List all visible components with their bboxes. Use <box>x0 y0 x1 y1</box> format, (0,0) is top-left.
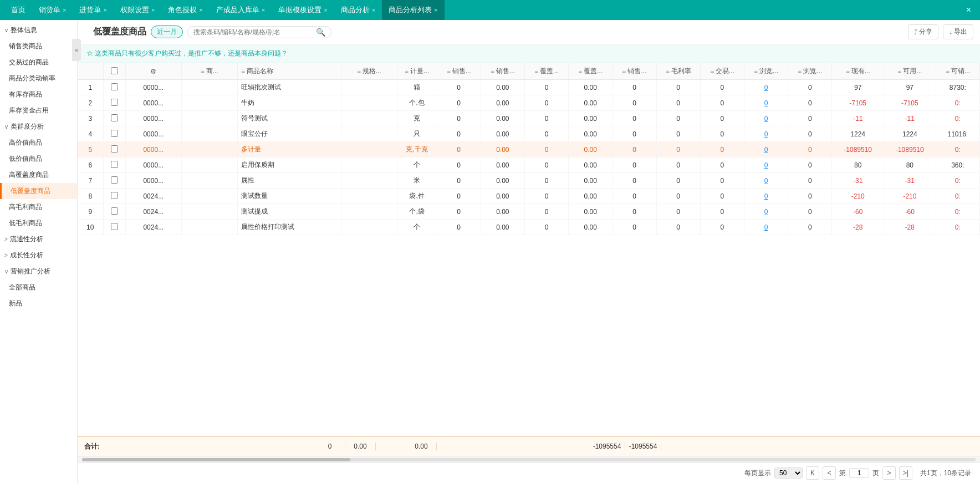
sidebar-item-low-coverage[interactable]: 低覆盖度商品 <box>0 183 77 199</box>
row-browse1[interactable]: 0 <box>744 126 788 142</box>
row-checkbox[interactable] <box>111 176 118 184</box>
page-number-input[interactable] <box>849 468 869 478</box>
row-checkbox[interactable] <box>111 161 118 168</box>
col-header-browse1[interactable]: ≑浏览... <box>744 63 788 80</box>
nav-template-settings[interactable]: 单据模板设置 × <box>272 0 334 20</box>
col-header-cover2[interactable]: ≑覆盖... <box>569 63 612 80</box>
export-button[interactable]: ↓ 导出 <box>943 24 973 39</box>
col-header-trade[interactable]: ≑交易... <box>700 63 744 80</box>
sidebar-item-all-products[interactable]: 全部商品 <box>0 279 77 296</box>
row-browse1[interactable]: 0 <box>744 142 788 157</box>
sidebar-section-overall[interactable]: ∨ 整体信息 <box>0 22 77 38</box>
nav-close-sales[interactable]: × <box>63 7 66 13</box>
nav-close-finished-goods[interactable]: × <box>262 7 265 13</box>
col-header-salesamt[interactable]: ≑销售... <box>481 63 524 80</box>
row-checkbox[interactable] <box>111 145 118 152</box>
row-browse1[interactable]: 0 <box>744 111 788 126</box>
row-checkbox-cell[interactable] <box>103 126 125 142</box>
next-page-button[interactable]: > <box>882 466 896 480</box>
nav-close-template-settings[interactable]: × <box>324 7 327 13</box>
sidebar-item-low-value[interactable]: 低价值商品 <box>0 151 77 167</box>
share-button[interactable]: ⤴ 分享 <box>908 24 938 39</box>
col-header-avail[interactable]: ≑可销... <box>936 63 979 80</box>
row-checkbox-cell[interactable] <box>103 173 125 189</box>
nav-close-product-analysis[interactable]: × <box>372 7 375 13</box>
row-checkbox-cell[interactable] <box>103 157 125 173</box>
nav-permissions[interactable]: 权限设置 × <box>114 0 161 20</box>
nav-close-purchase[interactable]: × <box>103 7 106 13</box>
row-checkbox[interactable] <box>111 192 118 199</box>
row-checkbox-cell[interactable] <box>103 204 125 220</box>
col-header-browse2[interactable]: ≑浏览... <box>788 63 832 80</box>
last-page-button[interactable]: >| <box>899 466 912 480</box>
sidebar-item-new-products[interactable]: 新品 <box>0 296 77 312</box>
row-checkbox-cell[interactable] <box>103 111 125 126</box>
row-checkbox-cell[interactable] <box>103 189 125 204</box>
row-browse1[interactable]: 0 <box>744 189 788 204</box>
row-checkbox[interactable] <box>111 99 118 106</box>
row-name: 启用保质期 <box>237 157 341 173</box>
scrollbar-thumb[interactable] <box>82 458 350 461</box>
nav-roles[interactable]: 角色授权 × <box>161 0 209 20</box>
tab-recent-month[interactable]: 近一月 <box>151 26 183 38</box>
col-header-stock1[interactable]: ≑现有... <box>832 63 884 80</box>
sidebar-section-marketing[interactable]: ∨ 营销推广分析 <box>0 263 77 279</box>
row-checkbox[interactable] <box>111 130 118 137</box>
row-stock2: -60 <box>884 204 936 220</box>
sidebar-section-cluster[interactable]: ∨ 类群度分析 <box>0 119 77 135</box>
row-browse1[interactable]: 0 <box>744 157 788 173</box>
row-checkbox-cell[interactable] <box>103 220 125 235</box>
row-checkbox[interactable] <box>111 83 118 90</box>
sidebar-item-traded-products[interactable]: 交易过的商品 <box>0 54 77 70</box>
row-checkbox[interactable] <box>111 223 118 230</box>
col-header-spec[interactable]: ≑规格... <box>341 63 397 80</box>
row-browse1[interactable]: 0 <box>744 95 788 111</box>
row-checkbox-cell[interactable] <box>103 80 125 95</box>
search-icon[interactable]: 🔍 <box>316 28 325 37</box>
col-header-unit[interactable]: ≑计量... <box>397 63 437 80</box>
row-checkbox-cell[interactable] <box>103 95 125 111</box>
col-header-salescnt[interactable]: ≑销售... <box>612 63 656 80</box>
col-header-name[interactable]: ≑商品名称 <box>237 63 341 80</box>
row-browse1[interactable]: 0 <box>744 220 788 235</box>
sidebar-item-high-margin[interactable]: 高毛利商品 <box>0 199 77 215</box>
nav-product-analysis[interactable]: 商品分析 × <box>334 0 382 20</box>
per-page-select[interactable]: 50 20 100 <box>774 467 803 479</box>
col-header-code[interactable]: ≑商... <box>181 63 237 80</box>
sidebar-section-circulation[interactable]: > 流通性分析 <box>0 231 77 247</box>
col-header-cover1[interactable]: ≑覆盖... <box>524 63 568 80</box>
col-header-gross[interactable]: ≑毛利率 <box>656 63 700 80</box>
sidebar-item-inventory-capital[interactable]: 库存资金占用 <box>0 103 77 119</box>
col-header-salesqty[interactable]: ≑销售... <box>437 63 481 80</box>
nav-purchase[interactable]: 进货单 × <box>73 0 113 20</box>
search-input[interactable] <box>193 28 314 36</box>
select-all-checkbox[interactable] <box>111 67 118 74</box>
nav-sales[interactable]: 销货单 × <box>32 0 73 20</box>
nav-home[interactable]: 首页 <box>4 0 32 20</box>
row-browse1[interactable]: 0 <box>744 204 788 220</box>
nav-close-roles[interactable]: × <box>199 7 202 13</box>
sidebar-item-sales-products[interactable]: 销售类商品 <box>0 38 77 54</box>
col-header-settings[interactable]: ⚙ <box>125 63 181 80</box>
nav-product-analysis-list[interactable]: 商品分析列表 × <box>382 0 444 20</box>
nav-finished-goods[interactable]: 产成品入库单 × <box>210 0 272 20</box>
row-checkbox-cell[interactable] <box>103 142 125 157</box>
horizontal-scrollbar[interactable] <box>78 456 980 462</box>
sidebar-item-high-value[interactable]: 高价值商品 <box>0 135 77 151</box>
col-header-stock2[interactable]: ≑可用... <box>884 63 936 80</box>
sidebar-item-low-margin[interactable]: 低毛利商品 <box>0 215 77 231</box>
sidebar-item-category-sales-rate[interactable]: 商品分类动销率 <box>0 70 77 87</box>
row-checkbox[interactable] <box>111 114 118 121</box>
first-page-button[interactable]: K <box>806 466 819 480</box>
sidebar-section-growth[interactable]: > 成长性分析 <box>0 247 77 263</box>
sidebar-item-in-stock[interactable]: 有库存商品 <box>0 87 77 103</box>
nav-close-permissions[interactable]: × <box>151 7 155 13</box>
row-browse1[interactable]: 0 <box>744 80 788 95</box>
row-checkbox[interactable] <box>111 207 118 215</box>
sidebar-item-high-coverage[interactable]: 高覆盖度商品 <box>0 167 77 183</box>
window-close-button[interactable]: × <box>962 5 976 15</box>
sidebar-collapse-button[interactable]: « <box>78 39 81 61</box>
row-browse1[interactable]: 0 <box>744 173 788 189</box>
nav-close-product-analysis-list[interactable]: × <box>434 7 437 13</box>
prev-page-button[interactable]: < <box>823 466 836 480</box>
